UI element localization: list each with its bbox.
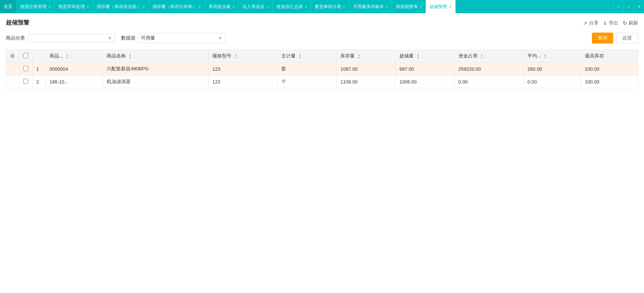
row-number: 1 — [33, 63, 46, 75]
row-avg: 0.00 — [524, 75, 581, 88]
main-content: 超储预警 ➚ 分享 ⇓ 导出 ↻ 刷新 商品分类 ▼ 数据源 — [0, 13, 644, 293]
action-buttons: 查询 设置 — [592, 33, 638, 44]
nav-item-abnormal[interactable]: 拣货异常处理 × — [55, 0, 93, 13]
nav-close-task-mgmt[interactable]: × — [48, 4, 51, 9]
nav-close-inventory-status[interactable]: × — [143, 4, 145, 9]
th-unit[interactable]: 主计量 ▲ ▼ — [278, 50, 337, 63]
nav-item-inout-flow[interactable]: 出入库流水 × — [239, 0, 272, 13]
nav-item-order-stats[interactable]: 要货单统计表 × — [311, 0, 349, 13]
row-product-name: 六配套新昌490BPG — [103, 63, 209, 75]
settings-button[interactable]: 设置 — [616, 33, 638, 44]
nav-item-available-account[interactable]: 可用量库存账本 × — [350, 0, 392, 13]
row-unit: 个 — [278, 75, 337, 88]
top-navigation: 首页 拣货任务管理 × 拣货异常处理 × 现存量（库存状况表） × 现存量（库存… — [0, 0, 644, 13]
category-label: 商品分类 — [6, 35, 25, 41]
nav-close-available-account[interactable]: × — [386, 4, 388, 9]
th-product-name[interactable]: 商品名称 ▲ ▼ — [103, 50, 209, 63]
row-checkbox-cell[interactable] — [19, 63, 33, 75]
nav-arrow-left[interactable]: ‹ — [613, 0, 623, 13]
data-table: ⚙ 商品... ▲ ▼ 商品名称 ▲ ▼ — [6, 49, 638, 88]
category-filter-group: 商品分类 ▼ — [6, 34, 115, 42]
export-icon: ⇓ — [603, 20, 607, 26]
datasource-filter-group: 数据源 可用量 ▼ — [121, 33, 226, 43]
refresh-icon: ↻ — [623, 20, 627, 26]
th-spec[interactable]: 规格型号 ▲ ▼ — [208, 50, 277, 63]
nav-close-overstock-warning[interactable]: × — [449, 4, 451, 9]
row-max-stock: 100.00 — [581, 63, 638, 75]
nav-item-batch-account[interactable]: 库存批次账 × — [205, 0, 239, 13]
nav-item-inventory-status[interactable]: 现存量（库存状况表） × — [93, 0, 149, 13]
table-header-row: ⚙ 商品... ▲ ▼ 商品名称 ▲ ▼ — [6, 50, 638, 63]
category-select[interactable]: ▼ — [27, 34, 115, 42]
nav-item-home[interactable]: 首页 — [0, 0, 17, 13]
row-settings-cell — [6, 75, 19, 88]
nav-item-inventory-dist[interactable]: 现存量（库存分布表） × — [149, 0, 205, 13]
share-button[interactable]: ➚ 分享 — [583, 20, 599, 26]
row-spec: 123 — [208, 63, 277, 75]
datasource-select[interactable]: 可用量 ▼ — [138, 33, 226, 43]
sort-capital-icon: ▲ ▼ — [480, 53, 483, 59]
header-actions: ➚ 分享 ⇓ 导出 ↻ 刷新 — [583, 20, 638, 26]
row-stock: 1097.00 — [337, 63, 396, 75]
sort-product-code-icon: ▲ ▼ — [66, 53, 69, 59]
nav-item-overstock-warning[interactable]: 超储预警 × — [426, 0, 455, 13]
row-max-stock: 100.00 — [581, 75, 638, 88]
nav-arrow-close[interactable]: × — [634, 0, 644, 13]
row-product-code: 186-10... — [46, 75, 103, 88]
th-settings: ⚙ — [6, 50, 19, 63]
row-checkbox[interactable] — [23, 66, 28, 71]
sort-stock-icon: ▲ ▼ — [358, 53, 361, 59]
share-icon: ➚ — [583, 20, 588, 26]
row-overstock: 1006.00 — [396, 75, 455, 88]
nav-item-collect-summary[interactable]: 收发存汇总表 × — [273, 0, 311, 13]
table-row: 2 186-10... 机油滤清器 123 个 1106.00 1006.00 … — [6, 75, 638, 88]
row-number: 2 — [33, 75, 46, 88]
filter-row: 商品分类 ▼ 数据源 可用量 ▼ 查询 设置 — [6, 33, 638, 44]
th-capital[interactable]: 资金占用 ▲ ▼ — [454, 50, 523, 63]
category-dropdown-icon: ▼ — [108, 36, 112, 40]
nav-close-inventory-dist[interactable]: × — [198, 4, 201, 9]
sort-product-name-icon: ▲ ▼ — [129, 53, 132, 59]
row-checkbox-cell[interactable] — [19, 75, 33, 88]
row-capital: 259220.00 — [454, 63, 523, 75]
nav-close-collect-summary[interactable]: × — [305, 4, 307, 9]
row-checkbox[interactable] — [23, 79, 28, 84]
export-button[interactable]: ⇓ 导出 — [603, 20, 618, 26]
row-product-name: 机油滤清器 — [103, 75, 209, 88]
select-all-checkbox[interactable] — [23, 53, 28, 58]
sort-avg-icon: ▲ ▼ — [544, 53, 547, 59]
nav-close-order-stats[interactable]: × — [343, 4, 345, 9]
row-product-code: 0000004 — [46, 63, 103, 75]
datasource-dropdown-icon: ▼ — [218, 36, 222, 40]
refresh-button[interactable]: ↻ 刷新 — [623, 20, 638, 26]
table-row: 1 0000004 六配套新昌490BPG 123 套 1097.00 997.… — [6, 63, 638, 75]
row-capital: 0.00 — [454, 75, 523, 88]
settings-gear-icon[interactable]: ⚙ — [10, 53, 15, 59]
row-stock: 1106.00 — [337, 75, 396, 88]
sort-overstock-icon: ▲ ▼ — [417, 53, 420, 59]
th-checkbox — [19, 50, 33, 63]
nav-close-batch-account[interactable]: × — [233, 4, 235, 9]
page-header: 超储预警 ➚ 分享 ⇓ 导出 ↻ 刷新 — [6, 19, 638, 27]
th-stock[interactable]: 库存量 ▲ ▼ — [337, 50, 396, 63]
nav-close-quality-check[interactable]: × — [420, 4, 422, 9]
datasource-label: 数据源 — [121, 35, 135, 41]
nav-arrows-container: ‹ › × — [613, 0, 644, 13]
nav-arrow-right[interactable]: › — [623, 0, 634, 13]
nav-close-inout-flow[interactable]: × — [266, 4, 268, 9]
page-title: 超储预警 — [6, 19, 29, 27]
datasource-select-value: 可用量 — [141, 35, 155, 41]
th-avg[interactable]: 平均... ▲ ▼ — [524, 50, 581, 63]
sort-spec-icon: ▲ ▼ — [234, 53, 237, 59]
row-avg: 260.00 — [524, 63, 581, 75]
nav-close-abnormal[interactable]: × — [87, 4, 89, 9]
th-product-code[interactable]: 商品... ▲ ▼ — [46, 50, 103, 63]
nav-item-quality-check[interactable]: 保质期查询 × — [392, 0, 426, 13]
row-spec: 123 — [208, 75, 277, 88]
nav-item-task-mgmt[interactable]: 拣货任务管理 × — [17, 0, 55, 13]
row-unit: 套 — [278, 63, 337, 75]
th-row-num — [33, 50, 46, 63]
th-overstock[interactable]: 超储量 ▲ ▼ — [396, 50, 455, 63]
sort-unit-icon: ▲ ▼ — [299, 53, 301, 59]
query-button[interactable]: 查询 — [592, 33, 613, 44]
